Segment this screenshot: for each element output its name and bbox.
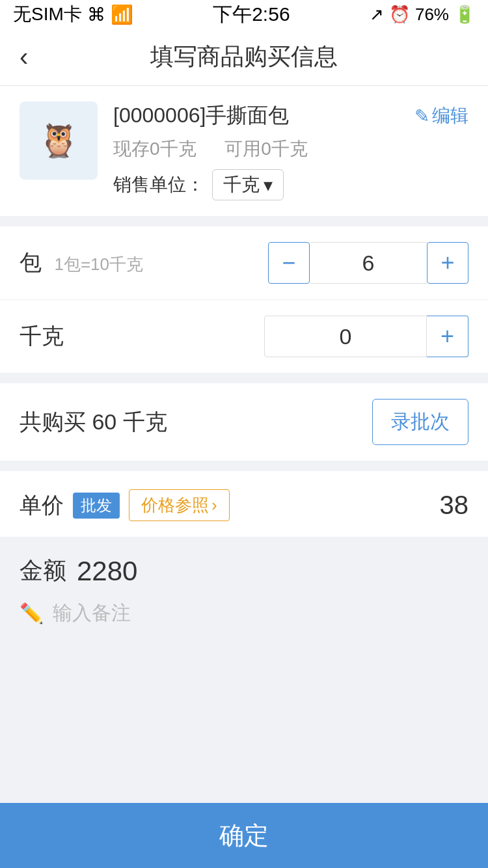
unit-label: 销售单位： [113, 172, 204, 197]
edit-label: 编辑 [432, 103, 468, 128]
location-icon: ↗ [370, 5, 384, 25]
page-title: 填写商品购买信息 [150, 41, 338, 73]
edit-button[interactable]: ✎ 编辑 [414, 103, 468, 128]
bao-quantity-control: − + [268, 242, 468, 284]
summary-text: 共购买 60 千克 [20, 407, 167, 437]
bao-plus-button[interactable]: + [427, 242, 468, 284]
bao-label: 包 1包=10千克 [20, 248, 268, 278]
wifi-icon: ⌘ [87, 4, 105, 25]
product-card: 🦉 [0000006]手撕面包 ✎ 编辑 现存0千克 可用0千克 销售单位： 千… [0, 86, 488, 216]
battery-icon: 🔋 [454, 5, 475, 25]
available-text: 可用0千克 [224, 139, 308, 159]
bao-minus-button[interactable]: − [268, 242, 310, 284]
summary-amount-value: 60 [92, 409, 116, 434]
price-row: 单价 批发 价格参照 › 38 [20, 489, 468, 521]
amount-label: 金额 [20, 555, 66, 587]
chevron-down-icon: ▾ [264, 174, 273, 196]
status-bar: 无SIM卡 ⌘ 📶 下午2:56 ↗ ⏰ 76% 🔋 [0, 0, 488, 29]
alarm-icon: ⏰ [389, 5, 410, 25]
bao-input-row: 包 1包=10千克 − + [0, 226, 488, 300]
kg-plus-button[interactable]: + [427, 316, 468, 357]
status-right: ↗ ⏰ 76% 🔋 [370, 5, 475, 25]
summary-section: 共购买 60 千克 录批次 [0, 383, 488, 461]
bao-sub: 1包=10千克 [54, 254, 143, 274]
kg-input-row: 千克 + [0, 300, 488, 373]
bao-input[interactable] [310, 242, 427, 284]
product-info: [0000006]手撕面包 ✎ 编辑 现存0千克 可用0千克 销售单位： 千克 … [113, 102, 468, 200]
kg-quantity-control: + [264, 316, 468, 357]
price-ref-button[interactable]: 价格参照 › [129, 489, 230, 521]
note-row[interactable]: ✏️ 输入备注 [20, 600, 468, 627]
batch-button[interactable]: 录批次 [372, 399, 468, 445]
status-carrier: 无SIM卡 ⌘ 📶 [13, 2, 133, 27]
wifi-signal: 📶 [111, 4, 133, 25]
amount-value: 2280 [77, 556, 137, 587]
price-section: 单价 批发 价格参照 › 38 [0, 471, 488, 537]
price-ref-label: 价格参照 [141, 494, 209, 517]
note-placeholder[interactable]: 输入备注 [53, 600, 131, 627]
edit-icon: ✎ [414, 105, 429, 127]
nav-bar: ‹ 填写商品购买信息 [0, 29, 488, 86]
note-icon: ✏️ [20, 602, 44, 625]
price-ref-arrow: › [211, 495, 217, 515]
confirm-button[interactable]: 确定 [0, 803, 488, 868]
product-thumbnail: 🦉 [20, 102, 98, 180]
product-name: [0000006]手撕面包 [113, 102, 289, 130]
stock-text: 现存0千克 [113, 139, 197, 159]
price-value: 38 [440, 491, 469, 520]
status-time: 下午2:56 [213, 1, 290, 28]
product-thumb-icon: 🦉 [38, 122, 79, 159]
input-section: 包 1包=10千克 − + 千克 + [0, 226, 488, 373]
product-name-row: [0000006]手撕面包 ✎ 编辑 [113, 102, 468, 130]
price-label: 单价 [20, 491, 64, 521]
summary-unit-text: 千克 [123, 409, 167, 434]
amount-section: 金额 2280 ✏️ 输入备注 [0, 537, 488, 645]
carrier-text: 无SIM卡 [13, 2, 82, 27]
kg-input[interactable] [264, 316, 427, 357]
battery-text: 76% [415, 5, 449, 25]
unit-value: 千克 [223, 172, 260, 197]
kg-label: 千克 [20, 321, 264, 351]
back-button[interactable]: ‹ [20, 42, 28, 72]
price-badge: 批发 [73, 493, 120, 519]
product-unit-row: 销售单位： 千克 ▾ [113, 169, 468, 200]
unit-dropdown[interactable]: 千克 ▾ [212, 169, 284, 200]
amount-row: 金额 2280 [20, 555, 468, 587]
product-stock: 现存0千克 可用0千克 [113, 137, 468, 161]
